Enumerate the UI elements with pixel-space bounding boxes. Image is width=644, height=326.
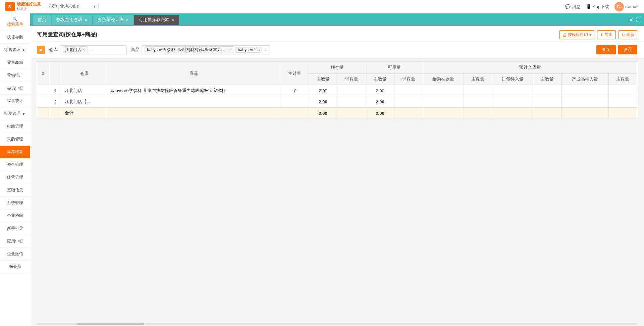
- page-header: 可用量查询(按仓库+商品) 🖨 按模板打印 ▾ ⬆ 导出 ↻ 刷新: [30, 26, 644, 42]
- tabs-right: ✕ ⛶: [629, 17, 641, 23]
- cell-row-num: 2: [49, 96, 61, 108]
- industry-selector[interactable]: 母婴行业演示账套 ▾: [45, 3, 99, 10]
- warehouse-label: 仓库: [49, 47, 58, 53]
- cell-current-sub: [337, 85, 366, 96]
- page-title: 可用量查询(按仓库+商品): [37, 31, 97, 38]
- tab-order-stats[interactable]: 要货单统计表 ✕: [93, 15, 133, 25]
- maximize-btn[interactable]: ⛶: [636, 17, 641, 23]
- cell-current-sub: [337, 96, 366, 108]
- cell-goods-in-main: [492, 85, 533, 96]
- warehouse-filter: 仓库 江北门店 ✕ ···: [49, 45, 127, 54]
- sidebar-item-finance[interactable]: 资金管理: [0, 158, 30, 171]
- tab-receive-pay-label: 收发存汇总表: [56, 17, 83, 23]
- sidebar-item-wholesale[interactable]: 批发管理 ▼: [0, 107, 30, 120]
- tab-available-inventory-close[interactable]: ✕: [171, 18, 174, 22]
- product-tag-area[interactable]: babycare学饮杯 儿童防摔防撞吸管杯重力球吸嘴杯宝宝水杯 ✕ babyca…: [142, 45, 270, 54]
- cell-purchase-in-main: [423, 85, 464, 96]
- warehouse-tag-remove[interactable]: ✕: [82, 47, 86, 52]
- cell-production-in-main: [561, 85, 608, 96]
- total-p2: [464, 107, 492, 119]
- product-tag-1-remove[interactable]: ✕: [228, 47, 232, 52]
- tab-home-label: 首页: [38, 17, 46, 23]
- sidebar-item-member[interactable]: 畅会员: [0, 261, 30, 273]
- warehouse-more-icon[interactable]: ···: [89, 47, 93, 52]
- sidebar-item-app-center[interactable]: 应用中心: [0, 235, 30, 248]
- scrollbar-track[interactable]: [37, 323, 637, 325]
- cell-available-main: 2.00: [366, 85, 394, 96]
- warehouse-tag: 江北门店 ✕: [63, 46, 88, 53]
- filter-bar: ▶ 仓库 江北门店 ✕ ··· 商品: [30, 42, 644, 57]
- message-btn[interactable]: 💬 消息: [565, 4, 581, 10]
- app-download-btn[interactable]: 📱 App下载: [586, 4, 609, 10]
- query-btn[interactable]: 查询: [596, 45, 616, 54]
- sidebar-item-ecommerce[interactable]: 电商管理: [0, 120, 30, 133]
- inventory-table: ⚙ 仓库 商品 主计量 现存量 可用量 预计入库量 主数量 辅数: [37, 61, 637, 119]
- cell-settings: [37, 85, 49, 96]
- th-current-sub: 辅数量: [337, 74, 366, 85]
- product-label: 商品: [131, 47, 140, 53]
- sidebar-item-enterprise[interactable]: 企业协同: [0, 209, 30, 222]
- sidebar-item-marketing[interactable]: 营销推广: [0, 69, 30, 82]
- chevron-icon: ▲: [22, 48, 26, 52]
- th-row-num: [49, 62, 61, 85]
- content-area: 首页 收发存汇总表 ✕ 要货单统计表 ✕ 可用量库存账本 ✕ ✕ ⛶: [30, 13, 644, 326]
- close-all-tabs-btn[interactable]: ✕: [629, 17, 633, 23]
- tab-order-stats-label: 要货单统计表: [98, 17, 124, 23]
- sidebar-item-retail-mall[interactable]: 零售商城: [0, 56, 30, 69]
- tab-home[interactable]: 首页: [33, 15, 51, 25]
- sidebar-item-system[interactable]: 系统管理: [0, 197, 30, 209]
- tab-available-inventory[interactable]: 可用量库存账本 ✕: [134, 15, 179, 25]
- cell-row-num: 1: [49, 85, 61, 96]
- sidebar-nav[interactable]: 快捷导航: [0, 31, 30, 44]
- col-settings-icon[interactable]: ⚙: [41, 71, 45, 76]
- sidebar-item-zero-retail[interactable]: 零售管理 ▲: [0, 44, 30, 56]
- sidebar-item-label: 营销推广: [7, 73, 23, 78]
- industry-label: 母婴行业演示账套: [48, 4, 80, 9]
- cell-goods-in-main: [492, 96, 533, 108]
- settings-btn[interactable]: 设置: [618, 45, 637, 54]
- print-icon: 🖨: [562, 33, 567, 37]
- chevron-icon: ▼: [22, 111, 26, 116]
- refresh-icon: ↻: [622, 33, 625, 37]
- refresh-btn[interactable]: ↻ 刷新: [619, 30, 637, 39]
- sidebar-item-purchase[interactable]: 采购管理: [0, 133, 30, 146]
- user-menu[interactable]: Ea demo2: [614, 2, 639, 11]
- tab-receive-pay[interactable]: 收发存汇总表 ✕: [52, 15, 92, 25]
- product-more-icon[interactable]: ···: [264, 47, 267, 52]
- sidebar-item-operations[interactable]: 经营管理: [0, 171, 30, 184]
- cell-warehouse: 江北门店【...: [61, 96, 107, 108]
- total-unit: [280, 107, 309, 119]
- sidebar-item-guide[interactable]: 新手引导: [0, 222, 30, 235]
- th-purchase-in-main: 主数量: [464, 74, 492, 85]
- sidebar-item-retail-stats[interactable]: 零售统计: [0, 95, 30, 107]
- th-goods-in-main: 主数量: [533, 74, 561, 85]
- avatar: Ea: [614, 2, 624, 11]
- cell-available-sub: [394, 85, 423, 96]
- tab-order-stats-close[interactable]: ✕: [126, 18, 129, 22]
- cell-unit: 个: [280, 85, 309, 96]
- cell-settings: [37, 96, 49, 108]
- sidebar-item-label: 批发管理: [4, 111, 20, 117]
- filter-toggle-btn[interactable]: ▶: [37, 46, 45, 54]
- th-planned-in-group: 预计入库量: [423, 62, 637, 74]
- tab-receive-pay-close[interactable]: ✕: [85, 18, 88, 22]
- warehouse-tag-area[interactable]: 江北门店 ✕ ···: [60, 45, 127, 54]
- total-p6: [608, 107, 637, 119]
- top-bar-left: 好 畅捷通好生意 标准版 母婴行业演示账套 ▾: [5, 2, 99, 11]
- total-p3: [492, 107, 533, 119]
- sidebar-item-label: 零售统计: [7, 98, 23, 103]
- th-current-main: 主数量: [309, 74, 337, 85]
- sidebar-item-enterprise-wechat[interactable]: 企业微信: [0, 248, 30, 261]
- sidebar-item-basic-info[interactable]: 基础信息: [0, 184, 30, 197]
- total-product: [107, 107, 280, 119]
- print-btn[interactable]: 🖨 按模板打印 ▾: [559, 30, 594, 39]
- export-btn[interactable]: ⬆ 导出: [597, 30, 616, 39]
- sidebar-item-label: 采购管理: [7, 137, 23, 141]
- sidebar-item-inventory[interactable]: 库存核算: [0, 146, 30, 158]
- export-label: 导出: [605, 32, 613, 38]
- product-tag-2-text: babycare?...: [238, 47, 260, 52]
- sidebar-search[interactable]: 🔍 搜索菜单: [0, 13, 30, 31]
- scrollbar-thumb[interactable]: [77, 323, 144, 325]
- sidebar-item-members[interactable]: 会员中心: [0, 82, 30, 95]
- cell-warehouse: 江北门店: [61, 85, 107, 96]
